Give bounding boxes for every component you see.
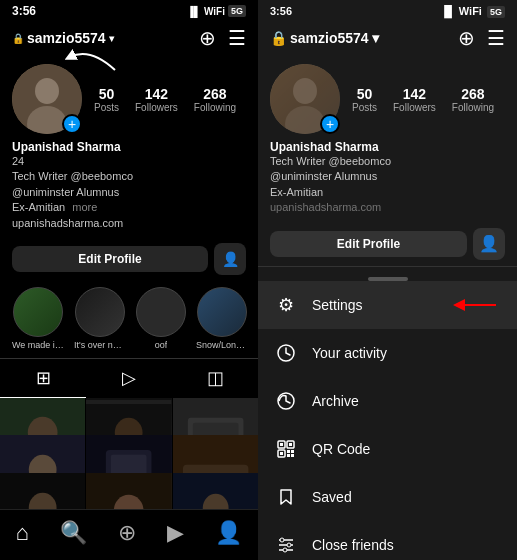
header-right-icons: ⊕ ☰	[458, 26, 505, 50]
svg-rect-44	[280, 452, 283, 455]
tagged-icon: ◫	[207, 367, 224, 389]
highlight-circle-0	[13, 287, 63, 337]
grid-icon: ⊞	[36, 367, 51, 389]
add-icon: ⊕	[118, 520, 136, 546]
menu-item-archive[interactable]: Archive	[258, 377, 517, 425]
grid-cell-9[interactable]	[173, 473, 258, 509]
hamburger-menu-icon[interactable]: ☰	[228, 26, 246, 50]
left-panel: 3:56 ▐▌ WiFi 5G 🔒 samzio5574 ▾ ⊕ ☰	[0, 0, 258, 560]
nav-profile[interactable]: 👤	[207, 518, 250, 548]
network-badge: 5G	[228, 5, 246, 17]
photo-grid: SHAHAT HE UPANISHAD	[0, 398, 258, 509]
menu-label-activity: Your activity	[312, 345, 387, 361]
highlight-label-0: We made it...	[12, 340, 64, 350]
menu-item-activity[interactable]: Your activity	[258, 329, 517, 377]
posts-label: Posts	[94, 102, 119, 113]
svg-rect-43	[289, 443, 292, 446]
username-right[interactable]: 🔒 samzio5574 ▾	[270, 30, 379, 46]
posts-count: 50	[99, 86, 115, 102]
highlight-item[interactable]: Snow/Lond...	[196, 287, 248, 350]
bio-line3-right: Ex-Amitian	[270, 185, 505, 200]
highlight-item[interactable]: oof	[136, 287, 186, 350]
following-label: Following	[194, 102, 236, 113]
menu-label-saved: Saved	[312, 489, 352, 505]
menu-item-saved[interactable]: Saved	[258, 473, 517, 521]
posts-label-right: Posts	[352, 102, 377, 113]
nav-add[interactable]: ⊕	[110, 518, 144, 548]
menu-item-qr[interactable]: QR Code	[258, 425, 517, 473]
profile-tabs: ⊞ ▷ ◫	[0, 358, 258, 398]
svg-rect-48	[291, 450, 294, 453]
bio-more[interactable]: more	[72, 201, 97, 213]
bio-line3: Ex-Amitian more	[12, 200, 246, 215]
bio-website[interactable]: upanishadsharma.com	[12, 216, 246, 231]
followers-count-right: 142	[403, 86, 426, 102]
followers-stat-right: 142 Followers	[393, 86, 436, 113]
following-count-right: 268	[461, 86, 484, 102]
person-add-icon-right: 👤	[479, 234, 499, 253]
status-bar-right: 3:56 ▐▌ WiFi 5G	[258, 0, 517, 22]
avatar-right: +	[270, 64, 340, 134]
profile-stats: 50 Posts 142 Followers 268 Following	[94, 86, 246, 113]
lock-icon-right: 🔒	[270, 30, 287, 46]
bio-age: 24	[12, 154, 246, 169]
svg-point-53	[287, 543, 291, 547]
following-stat: 268 Following	[194, 86, 236, 113]
nav-home[interactable]: ⌂	[8, 518, 37, 548]
close-friends-icon	[274, 533, 298, 557]
nav-search[interactable]: 🔍	[52, 518, 95, 548]
add-avatar-button[interactable]: +	[62, 114, 82, 134]
header-right: 🔒 samzio5574 ▾ ⊕ ☰	[258, 22, 517, 56]
grid-cell-7[interactable]	[0, 473, 85, 509]
hamburger-icon-right[interactable]: ☰	[487, 26, 505, 50]
nav-reels[interactable]: ▶	[159, 518, 192, 548]
menu-label-qr: QR Code	[312, 441, 370, 457]
chevron-right: ▾	[372, 30, 379, 46]
edit-profile-button-right[interactable]: Edit Profile	[270, 231, 467, 257]
profile-icon: 👤	[215, 520, 242, 546]
edit-row-right: Edit Profile 👤	[258, 222, 517, 267]
menu-item-settings[interactable]: ⚙ Settings	[258, 281, 517, 329]
edit-profile-button[interactable]: Edit Profile	[12, 246, 208, 272]
bio-name-right: Upanishad Sharma	[270, 140, 505, 154]
discover-people-button[interactable]: 👤	[214, 243, 246, 275]
add-avatar-right[interactable]: +	[320, 114, 340, 134]
bio-line2-right: @uniminster Alumnus	[270, 169, 505, 184]
tab-reels[interactable]: ▷	[86, 359, 172, 398]
right-profile-section: + 50 Posts 142 Followers 268 Following	[258, 56, 517, 140]
stats-right: 50 Posts 142 Followers 268 Following	[352, 86, 505, 113]
highlight-label-1: It's over now.	[74, 340, 126, 350]
wifi-icon: WiFi	[204, 6, 225, 17]
add-post-icon-right[interactable]: ⊕	[458, 26, 475, 50]
saved-icon	[274, 485, 298, 509]
svg-point-52	[280, 538, 284, 542]
search-icon: 🔍	[60, 520, 87, 546]
svg-rect-46	[291, 454, 294, 457]
following-label-right: Following	[452, 102, 494, 113]
edit-profile-row: Edit Profile 👤	[0, 237, 258, 281]
home-icon: ⌂	[16, 520, 29, 546]
qr-icon	[274, 437, 298, 461]
username-text-right: samzio5574	[290, 30, 369, 46]
menu-label-close-friends: Close friends	[312, 537, 394, 553]
highlight-item[interactable]: It's over now.	[74, 287, 126, 350]
menu-item-close-friends[interactable]: Close friends	[258, 521, 517, 560]
top-arrow-indicator	[60, 42, 120, 76]
profile-section-left: + 50 Posts 142 Followers 268 Following	[0, 56, 258, 140]
highlight-item[interactable]: We made it...	[12, 287, 64, 350]
menu-label-settings: Settings	[312, 297, 363, 313]
discover-people-right[interactable]: 👤	[473, 228, 505, 260]
add-post-icon[interactable]: ⊕	[199, 26, 216, 50]
bio-section: Upanishad Sharma 24 Tech Writer @beebomc…	[0, 140, 258, 237]
grid-cell-8[interactable]	[86, 473, 171, 509]
tab-grid[interactable]: ⊞	[0, 359, 86, 398]
svg-rect-47	[287, 454, 290, 457]
highlights-row: We made it... It's over now. oof Snow/Lo…	[0, 281, 258, 358]
highlight-label-2: oof	[155, 340, 168, 350]
settings-arrow	[451, 295, 501, 315]
following-stat-right: 268 Following	[452, 86, 494, 113]
svg-point-2	[35, 78, 59, 104]
tab-tagged[interactable]: ◫	[172, 359, 258, 398]
posts-stat: 50 Posts	[94, 86, 119, 113]
svg-rect-10	[86, 400, 171, 404]
